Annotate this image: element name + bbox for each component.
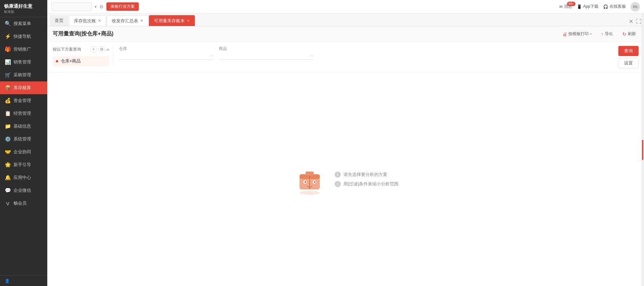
sidebar-item-finance[interactable]: 💰资金管理 (0, 94, 47, 107)
tabs-bar-right: ✕ ⛶ (629, 18, 641, 26)
sidebar-item-marketing[interactable]: 🎁营销推广 (0, 43, 47, 56)
sidebar-item-label: 应用中心 (14, 175, 31, 181)
tab-label: 库存批次账 (74, 18, 96, 24)
query-scheme-actions: + ⚙ « (90, 46, 109, 53)
tab-close-icon[interactable]: ✕ (187, 19, 190, 23)
sidebar-item-label: 企业微信 (14, 187, 31, 193)
filter-label-product: 商品 (219, 46, 313, 52)
sidebar-item-purchase[interactable]: 🛒采购管理 (0, 69, 47, 81)
close-window-icon[interactable]: ✕ (629, 18, 633, 25)
coop-icon: 🤝 (5, 149, 11, 155)
sidebar-item-label: 经营管理 (14, 110, 31, 116)
svg-rect-4 (306, 172, 314, 176)
refresh-label: 刷新 (628, 31, 636, 37)
export-button[interactable]: ↑ 导出 (598, 30, 616, 38)
filter-more-icon-product[interactable]: ··· (310, 53, 313, 58)
sidebar-item-inventory[interactable]: 📦库存核算 (0, 81, 47, 94)
query-scheme-panel: 按以下方案查询 + ⚙ « ●仓库+商品 (53, 46, 113, 66)
sidebar-item-label: 新手引导 (14, 162, 31, 168)
topbar-chevron-icon[interactable]: ▾ (95, 4, 97, 9)
tab-home[interactable]: 首页 (50, 15, 68, 26)
print-label: 按模板打印 (568, 31, 589, 37)
notification-item[interactable]: ✉ 消息 99+ (559, 4, 572, 9)
filter-input-product[interactable] (219, 53, 309, 58)
query-button[interactable]: 查询 (618, 46, 639, 56)
tab-batch[interactable]: 库存批次账✕ (69, 15, 106, 26)
logo-sub: 标准版 (4, 9, 43, 14)
sidebar-scroll: 🔍搜索菜单⚡快捷导航🎁营销推广📊销售管理🛒采购管理📦库存核算💰资金管理📋经营管理… (0, 17, 47, 276)
topbar-right: ✉ 消息 99+ 📱 App下载 🎧 在线客服 Rit (559, 2, 640, 11)
tab-summary[interactable]: 收发存汇总表✕ (107, 15, 148, 26)
refresh-button[interactable]: ↻ 刷新 (620, 30, 639, 38)
sidebar-item-system[interactable]: ⚙️系统管理 (0, 133, 47, 146)
user-name: Rit (633, 5, 637, 9)
svg-point-8 (314, 181, 315, 183)
sidebar-item-wechat[interactable]: 💬企业微信 (0, 184, 47, 197)
main-area: ▾ ⚙ 体验行业方案 ✉ 消息 99+ 📱 App下载 🎧 在线客服 Rit 首… (47, 0, 644, 286)
settings-scheme-button[interactable]: ⚙ (98, 46, 105, 53)
logo-title: 畅康通好生意 (4, 3, 43, 9)
sidebar-item-vip[interactable]: V畅会员 (0, 197, 47, 210)
sidebar-item-operation[interactable]: 📋经营管理 (0, 107, 47, 120)
user-avatar[interactable]: Rit (630, 2, 640, 11)
operation-icon: 📋 (5, 110, 11, 116)
scheme-dot-icon: ● (55, 58, 59, 64)
sidebar-logo: 畅康通好生意 标准版 (0, 0, 47, 17)
empty-tip-1: 1 请先选择要分析的方案 (335, 172, 398, 178)
sidebar-item-newbie[interactable]: 🌟新手引导 (0, 158, 47, 171)
tab-label: 收发存汇总表 (112, 18, 138, 24)
print-chevron-icon: ▾ (590, 32, 592, 36)
sidebar-item-coop[interactable]: 🤝企业协同 (0, 146, 47, 158)
add-scheme-button[interactable]: + (90, 46, 97, 53)
settings-button[interactable]: 设置 (618, 58, 639, 68)
sidebar-item-shortcut[interactable]: ⚡快捷导航 (0, 30, 47, 43)
filter-input-warehouse[interactable] (119, 53, 209, 58)
query-buttons: 查询 设置 (614, 46, 639, 68)
app-download-label: App下载 (583, 4, 598, 9)
refresh-icon: ↻ (622, 31, 626, 37)
maximize-icon[interactable]: ⛶ (636, 19, 641, 25)
filter-more-icon-warehouse[interactable]: ··· (210, 53, 213, 58)
notification-icon: ✉ (559, 4, 563, 9)
sidebar-item-label: 营销推广 (14, 46, 31, 52)
app-download-item[interactable]: 📱 App下载 (577, 4, 598, 9)
tab-label: 可用量库存账本 (154, 18, 185, 24)
tabs-bar: 首页库存批次账✕收发存汇总表✕可用量库存账本✕ ✕ ⛶ (47, 14, 644, 26)
tab-close-icon[interactable]: ✕ (140, 19, 143, 23)
print-button[interactable]: 🖨 按模板打印 ▾ (560, 30, 594, 38)
page-header-actions: 🖨 按模板打印 ▾ ↑ 导出 ↻ 刷新 (560, 30, 639, 38)
page-title: 可用量查询(按仓库+商品) (53, 30, 113, 37)
sidebar-item-label: 采购管理 (14, 72, 31, 78)
system-icon: ⚙️ (5, 136, 11, 142)
shortcut-icon: ⚡ (5, 33, 11, 40)
scheme-item-label: 仓库+商品 (61, 58, 81, 64)
tab-close-icon[interactable]: ✕ (98, 19, 101, 23)
vip-icon: V (5, 201, 11, 206)
user-icon: 👤 (5, 279, 10, 283)
topbar-gear-icon[interactable]: ⚙ (99, 4, 104, 9)
online-service-label: 在线客服 (610, 4, 626, 9)
tip-text-1: 请先选择要分析的方案 (343, 172, 387, 178)
sidebar-bottom-user[interactable]: 👤 (0, 276, 47, 286)
tab-available[interactable]: 可用量库存账本✕ (149, 15, 195, 26)
basic-icon: 📁 (5, 123, 11, 129)
scheme-item-warehouse_product[interactable]: ●仓库+商品 (53, 56, 109, 66)
sidebar-item-appstore[interactable]: 🔔应用中心 (0, 171, 47, 184)
industry-solution-button[interactable]: 体验行业方案 (106, 2, 139, 11)
query-scheme-header: 按以下方案查询 + ⚙ « (53, 46, 109, 53)
appstore-icon: 🔔 (5, 175, 11, 181)
online-service-item[interactable]: 🎧 在线客服 (603, 4, 626, 9)
purchase-icon: 🛒 (5, 72, 11, 78)
sales-icon: 📊 (5, 59, 11, 65)
topbar-search-input[interactable] (51, 2, 92, 11)
empty-illustration (293, 162, 327, 196)
empty-tips: 1 请先选择要分析的方案 2 用[过滤]条件来缩小分析范围 (335, 172, 398, 187)
sidebar-item-label: 搜索菜单 (14, 21, 31, 27)
sidebar-item-search[interactable]: 🔍搜索菜单 (0, 17, 47, 30)
sidebar-item-sales[interactable]: 📊销售管理 (0, 56, 47, 69)
collapse-scheme-icon[interactable]: « (106, 47, 109, 52)
right-scrollbar (641, 14, 644, 286)
inventory-icon: 📦 (5, 85, 11, 91)
sidebar-item-basic[interactable]: 📁基础信息 (0, 120, 47, 133)
sidebar: 畅康通好生意 标准版 🔍搜索菜单⚡快捷导航🎁营销推广📊销售管理🛒采购管理📦库存核… (0, 0, 47, 286)
